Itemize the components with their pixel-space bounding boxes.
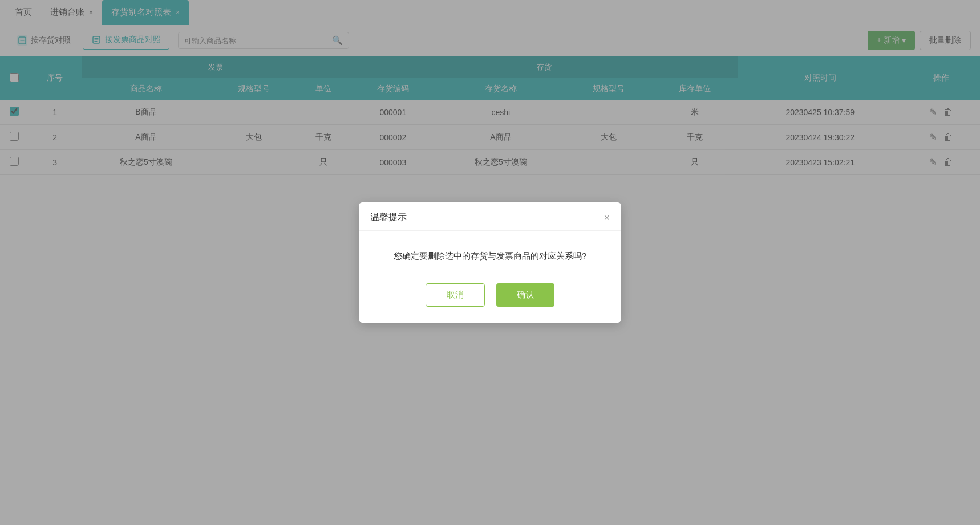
confirm-button[interactable]: 确认: [496, 283, 554, 307]
confirm-dialog: 温馨提示 × 您确定要删除选中的存货与发票商品的对应关系吗? 取消 确认: [359, 202, 621, 323]
dialog-close-btn[interactable]: ×: [604, 213, 610, 223]
dialog-title: 温馨提示: [370, 211, 407, 223]
dialog-body: 您确定要删除选中的存货与发票商品的对应关系吗?: [359, 231, 621, 279]
modal-overlay: 温馨提示 × 您确定要删除选中的存货与发票商品的对应关系吗? 取消 确认: [0, 0, 980, 525]
dialog-message: 您确定要删除选中的存货与发票商品的对应关系吗?: [394, 251, 586, 261]
dialog-footer: 取消 确认: [359, 279, 621, 323]
dialog-header: 温馨提示 ×: [359, 202, 621, 231]
cancel-button[interactable]: 取消: [426, 283, 485, 307]
